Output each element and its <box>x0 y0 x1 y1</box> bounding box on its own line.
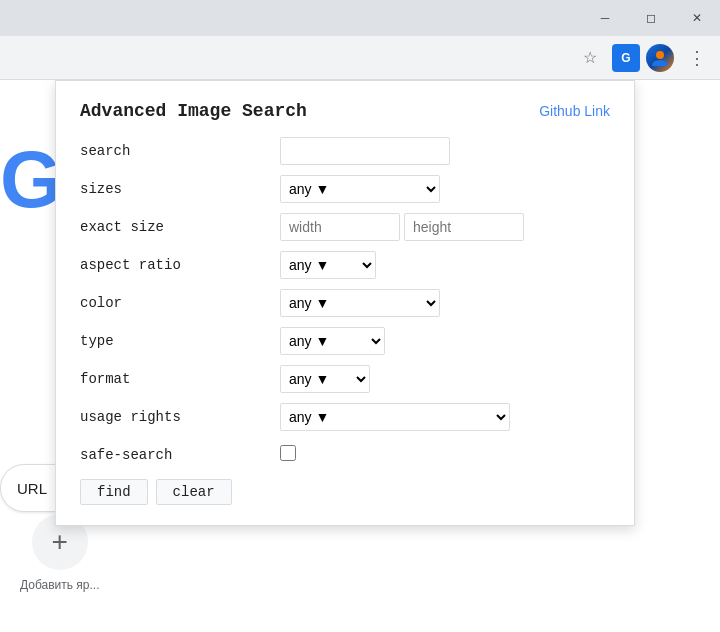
extension-icon[interactable]: G <box>612 44 640 72</box>
usage-rights-label: usage rights <box>80 409 280 425</box>
sizes-row: sizes any ▼ large medium icon <box>80 175 610 203</box>
maximize-button[interactable]: ◻ <box>628 0 674 36</box>
safe-search-label: safe-search <box>80 447 280 463</box>
sizes-label: sizes <box>80 181 280 197</box>
type-select[interactable]: any ▼ face photo clip art line drawing a… <box>280 327 385 355</box>
search-label: search <box>80 143 280 159</box>
safe-search-row: safe-search <box>80 441 610 469</box>
format-label: format <box>80 371 280 387</box>
title-bar: ─ ◻ ✕ <box>0 0 720 36</box>
exact-size-row: exact size <box>80 213 610 241</box>
google-letter-g: G <box>0 140 62 220</box>
color-label: color <box>80 295 280 311</box>
type-row: type any ▼ face photo clip art line draw… <box>80 327 610 355</box>
advanced-search-panel: Advanced Image Search Github Link search… <box>55 80 635 526</box>
menu-dots-icon[interactable]: ⋮ <box>680 42 712 74</box>
popup-title: Advanced Image Search <box>80 101 307 121</box>
button-row: find clear <box>80 479 610 505</box>
aspect-ratio-label: aspect ratio <box>80 257 280 273</box>
aspect-ratio-row: aspect ratio any ▼ tall square wide pano… <box>80 251 610 279</box>
avatar[interactable] <box>646 44 674 72</box>
format-select[interactable]: any ▼ jpg gif png bmp svg webp ico raw <box>280 365 370 393</box>
svg-point-0 <box>656 51 664 59</box>
browser-toolbar: ☆ G ⋮ <box>0 36 720 80</box>
search-row: search <box>80 137 610 165</box>
width-input[interactable] <box>280 213 400 241</box>
safe-search-checkbox[interactable] <box>280 445 296 461</box>
popup-header: Advanced Image Search Github Link <box>80 101 610 121</box>
clear-button[interactable]: clear <box>156 479 232 505</box>
color-row: color any ▼ full black and white transpa… <box>80 289 610 317</box>
search-input[interactable] <box>280 137 450 165</box>
color-select[interactable]: any ▼ full black and white transparent <box>280 289 440 317</box>
type-label: type <box>80 333 280 349</box>
height-input[interactable] <box>404 213 524 241</box>
title-bar-buttons: ─ ◻ ✕ <box>582 0 720 36</box>
star-icon[interactable]: ☆ <box>574 42 606 74</box>
format-row: format any ▼ jpg gif png bmp svg webp ic… <box>80 365 610 393</box>
exact-size-label: exact size <box>80 219 280 235</box>
minimize-button[interactable]: ─ <box>582 0 628 36</box>
add-shortcut-label: Добавить яр... <box>20 578 100 592</box>
page-area: G o o g l e Advanced Image Search Github… <box>0 80 720 632</box>
usage-rights-row: usage rights any ▼ cc commercial cc modi… <box>80 403 610 431</box>
find-button[interactable]: find <box>80 479 148 505</box>
sizes-select[interactable]: any ▼ large medium icon <box>280 175 440 203</box>
usage-rights-select[interactable]: any ▼ cc commercial cc modified <box>280 403 510 431</box>
aspect-ratio-select[interactable]: any ▼ tall square wide panoramic <box>280 251 376 279</box>
close-button[interactable]: ✕ <box>674 0 720 36</box>
github-link[interactable]: Github Link <box>539 103 610 119</box>
